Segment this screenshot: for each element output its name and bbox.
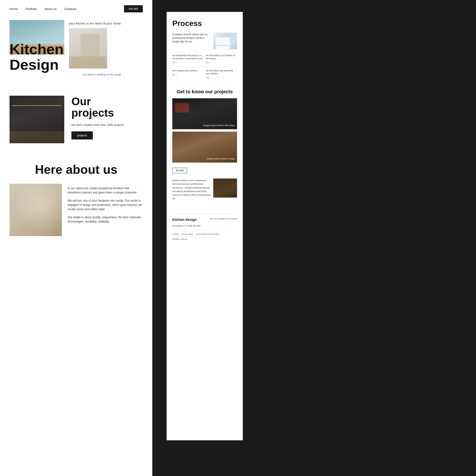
process-step-1: we will develop the project in a format … (172, 54, 204, 67)
the-bell-badge[interactable]: the bell (172, 165, 237, 176)
about-content: In our salons we create exceptional furn… (10, 184, 143, 236)
footer-links: cookies privacy policy processing of per… (172, 230, 237, 240)
process-step-2: let's measure your kitchen 02 / (172, 69, 204, 82)
about-image (10, 184, 62, 236)
projects-know-title: Get to know our projects (172, 89, 237, 95)
about-text-1: In our salons we create exceptional furn… (68, 186, 143, 195)
footer-link-privacy[interactable]: privacy policy (182, 233, 193, 235)
hero-section: your kitchen is the heart of your home O… (0, 17, 152, 86)
footer-contact: To contact us +3 985 325 695 (172, 225, 237, 227)
about-text-3: Our studio is about quality, uniqueness,… (68, 215, 143, 224)
gap-spacer (152, 0, 159, 476)
nav-home[interactable]: Home (10, 7, 18, 11)
footer-brand: Kitchen Design (172, 218, 197, 222)
nav-contacts[interactable]: Contacts (64, 7, 76, 11)
nav-about[interactable]: About us (44, 7, 56, 11)
process-step-4: we will deliver and assemble your kitche… (206, 69, 237, 82)
footer-tagline: We are working on the result (210, 218, 237, 220)
footer-link-rights: all rights reserved (172, 238, 187, 240)
projects-subtitle: we have created more than 1000 projects (71, 123, 143, 127)
footer-link-cookies[interactable]: cookies (172, 233, 179, 235)
nav-cta-button[interactable]: the bell (124, 5, 143, 12)
project-card-1[interactable]: Design project kitchen with island (172, 98, 237, 129)
hero-tagline: your kitchen is the heart of your home (69, 20, 121, 26)
left-panel: Home Portfolio About us Contacts the bel… (0, 0, 152, 476)
hero-right-col: your kitchen is the heart of your home O… (69, 20, 121, 77)
bottom-content: Kitchen systems and containment elements… (172, 178, 237, 204)
bottom-image (213, 178, 237, 198)
hero-small-image (69, 28, 107, 68)
hero-working-text: Our team is working on the result (69, 73, 121, 76)
projects-image (10, 96, 64, 143)
nav-links: Home Portfolio About us Contacts (10, 7, 76, 11)
process-step-3: we will produce your kitchen at the fact… (206, 54, 237, 67)
projects-button[interactable]: projects (71, 131, 93, 139)
project-card-2-label: Design project forest A house (207, 157, 235, 160)
step-num-3: 03 / (206, 61, 237, 65)
process-description: Creating a kitchen paired with our profe… (172, 33, 210, 49)
hero-title: Kitchen Design (10, 41, 64, 72)
about-title: Here about us (10, 162, 143, 177)
process-top: Creating a kitchen paired with our profe… (172, 33, 237, 49)
step-num-1: 01 / (172, 61, 204, 65)
footer-link-processing[interactable]: processing of personal data (196, 233, 219, 235)
projects-content: Our projects we have created more than 1… (71, 96, 143, 140)
navbar: Home Portfolio About us Contacts the bel… (0, 0, 152, 17)
about-texts: In our salons we create exceptional furn… (68, 184, 143, 236)
step-num-2: 02 / (172, 73, 204, 77)
step-num-4: 04 / (206, 76, 237, 80)
process-title: Process (172, 19, 237, 28)
project-card-2[interactable]: Design project forest A house (172, 132, 237, 163)
project-card-1-label: Design project kitchen with island (203, 124, 235, 127)
about-section: Here about us In our salons we create ex… (0, 153, 152, 246)
projects-title: Our projects (71, 96, 143, 119)
process-steps: we will develop the project in a format … (172, 54, 237, 82)
about-text-2: We will turn any of your fantasies into … (68, 199, 143, 211)
nav-portfolio[interactable]: Portfolio (25, 7, 37, 11)
projects-section: Our projects we have created more than 1… (0, 86, 152, 153)
right-panel: Process Creating a kitchen paired with o… (167, 12, 243, 440)
process-image (213, 33, 237, 49)
footer-right: Kitchen Design We are working on the res… (172, 214, 237, 240)
